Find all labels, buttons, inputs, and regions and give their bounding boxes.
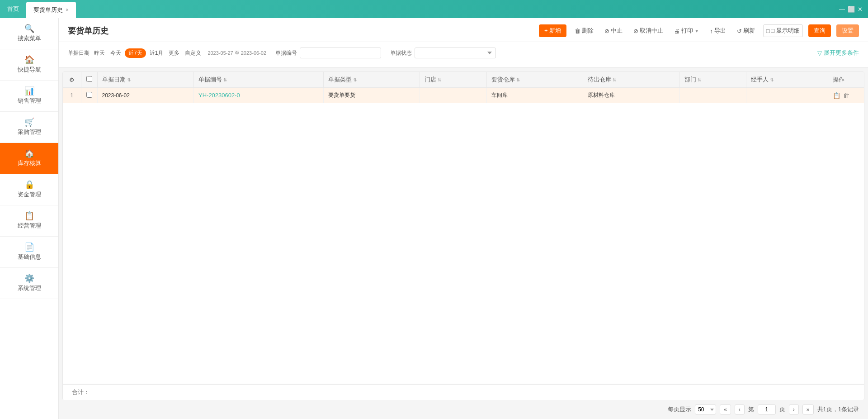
sidebar-item-label-finance-mgmt: 资金管理 [18,190,41,199]
tab-home[interactable]: 首页 [0,0,26,18]
sort-bill-date[interactable]: 单据日期 ⇅ [102,76,189,84]
sort-handler-icon: ⇅ [770,77,774,82]
expand-filter-label: 展开更多条件 [824,49,859,57]
export-button-label: 导出 [714,27,726,35]
query-button[interactable]: 查询 [808,24,831,37]
settings-button-label: 设置 [842,27,854,35]
sort-dept[interactable]: 部门 ⇅ [684,76,741,84]
sort-bill-type[interactable]: 单据类型 ⇅ [328,76,415,84]
refresh-icon: ↺ [737,28,742,34]
select-all-checkbox[interactable] [86,76,92,82]
refresh-button-label: 刷新 [743,27,755,35]
bill-no-label: 单据编号 [275,49,297,57]
sidebar-item-finance-mgmt[interactable]: 🔒 资金管理 [0,174,58,205]
stop-button[interactable]: ⊘ 中止 [602,25,625,37]
sort-req-warehouse[interactable]: 要货仓库 ⇅ [491,76,579,84]
sidebar-item-label-basic-info: 基础信息 [18,253,41,261]
page-input[interactable] [758,405,776,414]
sidebar-item-label-ops-mgmt: 经营管理 [18,222,41,230]
sidebar-item-label-sales-mgmt: 销售管理 [18,97,41,105]
refresh-button[interactable]: ↺ 刷新 [734,25,758,37]
export-button[interactable]: ↑ 导出 [707,25,729,37]
settings-button[interactable]: 设置 [836,24,859,37]
display-detail-label: □ 显示明细 [771,27,800,35]
last-page-btn[interactable]: » [802,405,814,414]
tab-order-history[interactable]: 要货单历史 × [26,2,76,18]
sidebar: 🔍 搜索菜单 🏠 快捷导航 📊 销售管理 🛒 采购管理 🏠 库存核算 🔒 资金管… [0,18,59,419]
close-btn[interactable]: ✕ [858,6,863,13]
sidebar-item-purchase-mgmt[interactable]: 🛒 采购管理 [0,112,58,143]
bill-status-select[interactable] [415,48,496,58]
expand-filter-btn[interactable]: ▽ 展开更多条件 [817,49,859,57]
sort-pending-warehouse-icon: ⇅ [613,77,616,82]
purchase-mgmt-icon: 🛒 [24,118,34,126]
first-page-btn[interactable]: « [720,405,731,414]
th-req-warehouse-label: 要货仓库 [491,76,515,84]
sidebar-item-basic-info[interactable]: 📄 基础信息 [0,237,58,268]
finance-mgmt-icon: 🔒 [24,181,34,189]
expand-filter-icon: ▽ [817,50,822,57]
date-range-display: 2023-05-27 至 2023-06-02 [208,50,266,57]
date-btn-yesterday[interactable]: 昨天 [92,48,107,58]
export-icon: ↑ [710,28,713,34]
th-settings[interactable]: ⚙ [63,72,81,88]
new-button[interactable]: + 新增 [539,24,566,37]
th-dept-label: 部门 [684,76,696,84]
settings-icon[interactable]: ⚙ [69,76,75,83]
action-icons: 📋 🗑 [833,92,860,99]
sidebar-item-system-mgmt[interactable]: ⚙️ 系统管理 [0,268,58,299]
sidebar-item-quick-nav[interactable]: 🏠 快捷导航 [0,49,58,81]
delete-button[interactable]: 🗑 删除 [572,25,596,37]
content-area: 要货单历史 + 新增 🗑 删除 ⊘ 中止 ⊘ 取消中止 🖨 [59,18,868,419]
sidebar-item-search-menu[interactable]: 🔍 搜索菜单 [0,18,58,49]
date-btn-today[interactable]: 今天 [108,48,123,58]
total-info: 共1页，1条记录 [817,405,859,414]
sidebar-item-label-purchase-mgmt: 采购管理 [18,128,41,136]
date-btn-last7days[interactable]: 近7天 [125,48,146,58]
sort-req-warehouse-icon: ⇅ [516,77,520,82]
bill-no-input[interactable] [300,48,381,58]
prev-page-btn[interactable]: ‹ [735,405,745,414]
sidebar-item-ops-mgmt[interactable]: 📋 经营管理 [0,205,58,237]
delete-button-label: 删除 [582,27,594,35]
sidebar-item-label-system-mgmt: 系统管理 [18,284,41,292]
date-btn-last1month[interactable]: 近1月 [148,48,165,58]
page-size-select[interactable]: 10 20 50 100 [695,405,716,414]
tab-home-label: 首页 [7,5,19,13]
sort-bill-no[interactable]: 单据编号 ⇅ [198,76,319,84]
sort-handler[interactable]: 经手人 ⇅ [751,76,823,84]
date-btn-more[interactable]: 更多 [167,48,181,58]
row-bill-type: 要货单要货 [323,88,420,103]
row-checkbox[interactable] [86,92,92,98]
sidebar-item-inventory-calc[interactable]: 🏠 库存核算 [0,143,58,174]
delete-icon: 🗑 [575,28,580,34]
cancel-stop-icon: ⊘ [633,28,638,34]
th-store-label: 门店 [425,76,436,84]
sort-bill-type-icon: ⇅ [353,77,357,82]
tab-order-history-label: 要货单历史 [33,6,63,14]
tab-order-history-close[interactable]: × [66,7,69,13]
filter-group-bill-no: 单据编号 [275,48,381,58]
next-page-btn[interactable]: › [789,405,799,414]
display-detail-button[interactable]: □ □ 显示明细 [763,24,803,37]
row-delete-icon[interactable]: 🗑 [843,92,849,99]
print-button[interactable]: 🖨 打印 ▼ [671,25,702,37]
cancel-stop-button-label: 取消中止 [640,27,663,35]
table-header: ⚙ 单据日期 ⇅ 单据编号 [63,72,864,88]
sidebar-item-sales-mgmt[interactable]: 📊 销售管理 [0,81,58,112]
cancel-stop-button[interactable]: ⊘ 取消中止 [631,25,666,37]
query-button-label: 查询 [814,27,826,35]
summary-label: 合计： [72,389,90,395]
th-pending-warehouse-label: 待出仓库 [588,76,611,84]
row-bill-no-link[interactable]: YH-20230602-0 [198,92,240,99]
maximize-btn[interactable]: ⬜ [848,6,855,13]
sort-pending-warehouse[interactable]: 待出仓库 ⇅ [588,76,675,84]
row-edit-icon[interactable]: 📋 [833,92,840,99]
date-filter-label: 单据日期 [68,49,90,57]
minimize-btn[interactable]: — [839,6,845,13]
sort-store[interactable]: 门店 ⇅ [425,76,481,84]
row-store [420,88,486,103]
table-body: 1 2023-06-02 YH-20230602-0 要货单要货 车间库 原材料… [63,88,864,103]
th-pending-warehouse: 待出仓库 ⇅ [583,72,680,88]
date-btn-custom[interactable]: 自定义 [183,48,203,58]
